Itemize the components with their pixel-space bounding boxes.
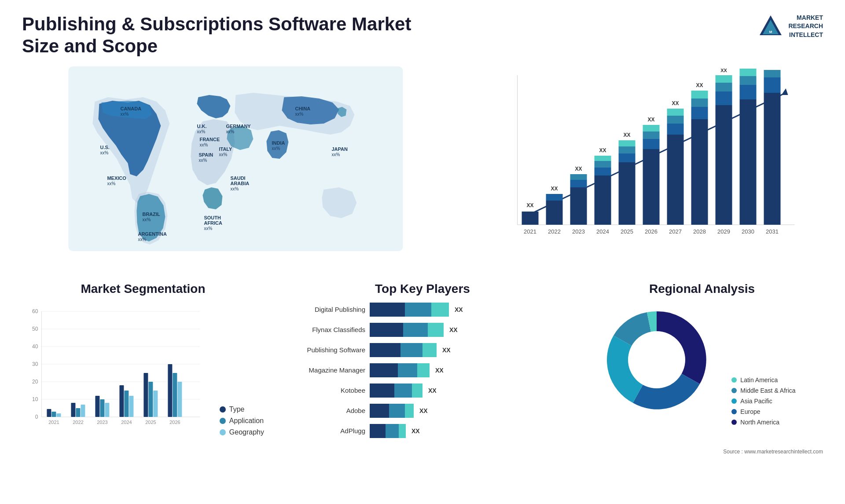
svg-rect-56: [618, 162, 635, 225]
svg-rect-62: [643, 149, 659, 225]
svg-text:0: 0: [35, 414, 38, 420]
bar-seg2: [394, 383, 412, 398]
svg-rect-125: [119, 385, 124, 417]
svg-rect-70: [667, 116, 683, 124]
svg-text:xx%: xx%: [138, 237, 146, 242]
player-bar-container: XX: [370, 343, 559, 357]
svg-rect-129: [143, 373, 148, 417]
svg-rect-130: [148, 382, 153, 417]
svg-text:AFRICA: AFRICA: [204, 220, 222, 226]
svg-rect-47: [570, 174, 587, 180]
bar-seg1: [370, 323, 403, 337]
svg-text:xx%: xx%: [226, 129, 234, 134]
reg-legend-item: North America: [731, 419, 795, 426]
bar-seg3: [431, 303, 449, 317]
player-row: AdPluggXX: [286, 424, 559, 438]
svg-text:xx%: xx%: [204, 226, 212, 231]
reg-legend-label: Europe: [740, 408, 760, 415]
legend-type: Type: [220, 405, 264, 413]
svg-rect-119: [81, 405, 85, 417]
svg-text:xx%: xx%: [219, 152, 227, 157]
svg-text:INDIA: INDIA: [272, 140, 285, 146]
canada-label: CANADA: [120, 106, 141, 111]
svg-rect-41: [546, 201, 562, 225]
bar-seg3: [412, 383, 422, 398]
svg-rect-38: [522, 212, 538, 225]
bar-seg2: [386, 424, 399, 438]
player-bar: [370, 323, 444, 337]
bar-2024: 2024 XX: [594, 147, 611, 235]
svg-marker-37: [781, 88, 788, 95]
svg-text:40: 40: [32, 343, 38, 350]
svg-rect-80: [715, 105, 732, 225]
svg-text:10: 10: [32, 396, 38, 402]
legend-app-dot: [220, 418, 226, 424]
player-bar-container: XX: [370, 404, 559, 418]
regional-section-title: Regional Analysis: [581, 282, 823, 296]
svg-text:2026: 2026: [645, 228, 658, 235]
svg-text:2022: 2022: [73, 420, 83, 425]
reg-legend-label: Middle East & Africa: [740, 387, 795, 394]
svg-rect-69: [667, 124, 683, 135]
svg-text:BRAZIL: BRAZIL: [142, 212, 160, 217]
bar-seg3: [405, 404, 414, 418]
svg-rect-127: [129, 396, 133, 417]
svg-text:2025: 2025: [145, 420, 156, 425]
svg-rect-88: [739, 76, 756, 85]
reg-legend-dot: [731, 420, 737, 425]
svg-text:xx%: xx%: [199, 142, 208, 147]
bar-seg3: [428, 323, 444, 337]
bar-seg2: [405, 303, 431, 317]
svg-rect-87: [739, 85, 756, 99]
player-bar: [370, 424, 406, 438]
svg-text:xx%: xx%: [272, 146, 280, 151]
svg-rect-89: [739, 69, 756, 76]
player-row: KotobeeXX: [286, 383, 559, 398]
reg-legend-dot: [731, 388, 737, 393]
svg-rect-74: [691, 119, 708, 225]
svg-text:2031: 2031: [766, 228, 779, 235]
svg-rect-57: [618, 153, 635, 162]
header: Publishing & Subscriptions Software Mark…: [22, 13, 823, 58]
bar-2025: 2025 XX: [618, 132, 635, 235]
svg-text:U.S.: U.S.: [100, 145, 109, 150]
svg-text:XX: XX: [623, 132, 630, 138]
player-value: XX: [428, 387, 437, 394]
svg-text:FRANCE: FRANCE: [199, 137, 220, 142]
bar-2027: 2027 XX: [667, 100, 683, 235]
svg-rect-83: [715, 75, 732, 83]
player-row: AdobeXX: [286, 404, 559, 418]
bar-seg2: [400, 343, 422, 357]
legend-application: Application: [220, 417, 264, 425]
player-value: XX: [442, 347, 451, 354]
svg-text:MEXICO: MEXICO: [107, 175, 126, 181]
svg-text:M: M: [769, 30, 772, 34]
player-row: Publishing SoftwareXX: [286, 343, 559, 357]
svg-rect-135: [177, 382, 182, 417]
svg-rect-134: [173, 373, 177, 417]
svg-text:xx%: xx%: [331, 152, 340, 157]
svg-rect-122: [100, 399, 104, 417]
svg-text:2024: 2024: [596, 228, 609, 235]
svg-rect-118: [76, 408, 80, 417]
svg-rect-46: [570, 180, 587, 187]
svg-text:XX: XX: [551, 186, 558, 192]
player-value: XX: [435, 367, 444, 374]
logo-text: MARKET RESEARCH INTELLECT: [788, 14, 823, 40]
legend-geo-dot: [220, 429, 226, 435]
reg-legend-dot: [731, 409, 737, 414]
player-name: Publishing Software: [286, 346, 365, 354]
player-bar: [370, 404, 414, 418]
players-section-title: Top Key Players: [277, 282, 568, 296]
svg-text:ITALY: ITALY: [219, 146, 232, 152]
player-bar-container: XX: [370, 323, 559, 337]
svg-rect-81: [715, 91, 732, 105]
svg-text:XX: XX: [768, 66, 775, 68]
svg-text:XX: XX: [647, 117, 654, 123]
svg-text:2021: 2021: [48, 420, 59, 425]
bar-2023: 2023 XX: [570, 166, 587, 235]
reg-legend-item: Europe: [731, 408, 795, 415]
regional-container: Latin AmericaMiddle East & AfricaAsia Pa…: [581, 303, 823, 426]
svg-text:2027: 2027: [669, 228, 682, 235]
reg-legend-label: North America: [740, 419, 779, 426]
